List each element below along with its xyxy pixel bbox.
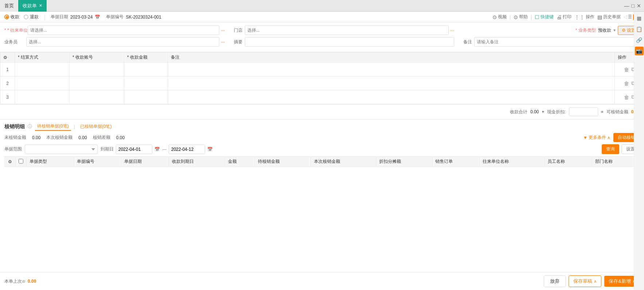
plus-sign: + bbox=[542, 109, 544, 114]
collect-total-value: 0.00 bbox=[530, 109, 539, 114]
due-to-cal-icon[interactable]: 📅 bbox=[207, 147, 213, 152]
partner-input[interactable] bbox=[28, 26, 219, 35]
row-2-remark[interactable] bbox=[168, 77, 615, 90]
save-draft-button[interactable]: 保存草稿 ∧ bbox=[569, 275, 601, 287]
select-all-checkbox[interactable] bbox=[19, 159, 23, 164]
toggle-list-icon[interactable]: ☰ bbox=[628, 14, 632, 20]
row-2-remark-input[interactable] bbox=[168, 77, 614, 90]
row-3-settle[interactable] bbox=[15, 90, 70, 104]
row-1-delete-icon[interactable]: 🗑 bbox=[624, 67, 629, 72]
store-input[interactable] bbox=[245, 26, 449, 35]
bottom-discount-header: 折扣分摊额 bbox=[376, 157, 432, 167]
partner-more-icon[interactable]: ··· bbox=[221, 27, 225, 33]
bottom-partner-header: 往来单位名称 bbox=[480, 157, 545, 167]
btn-history[interactable]: ▤ 历史单据 bbox=[597, 14, 621, 20]
tab-pending[interactable]: 待核销单据(0笔) bbox=[35, 122, 71, 131]
tab-home[interactable]: 首页 bbox=[0, 0, 18, 12]
tab-bar: 首页 收款单 ✕ — □ ✕ bbox=[0, 0, 644, 12]
btn-print[interactable]: 🖨 打印 bbox=[557, 14, 572, 20]
action-icon: ⋮⋮ bbox=[574, 14, 585, 20]
store-more-icon[interactable]: ··· bbox=[450, 27, 455, 33]
row-1-remark[interactable] bbox=[168, 63, 615, 77]
summary-input[interactable] bbox=[245, 37, 455, 47]
bottom-table-container[interactable]: ⚙ 单据类型 单据编号 单据日期 收款到期日 金额 待核销金额 本次核 bbox=[4, 156, 640, 272]
equals-sign: = bbox=[601, 109, 604, 114]
summary-row: 收款合计 0.00 + 现金折扣: = 可核销金额 0.00 bbox=[0, 105, 644, 119]
info-icon[interactable]: ⓘ bbox=[28, 124, 32, 130]
sidebar-camera-icon[interactable]: 📷 bbox=[635, 47, 644, 55]
row-3-amount[interactable] bbox=[124, 90, 168, 104]
tab-receipt[interactable]: 收款单 ✕ bbox=[18, 0, 47, 12]
right-sidebar: ▦ 📋 🔗 📷 bbox=[634, 12, 644, 290]
minimize-icon[interactable]: — bbox=[624, 3, 629, 9]
chevron-up-icon: ∧ bbox=[607, 135, 610, 140]
row-3-amount-input[interactable] bbox=[124, 90, 168, 104]
btn-action[interactable]: ⋮⋮ 操作 bbox=[574, 14, 594, 20]
row-3-delete-icon[interactable]: 🗑 bbox=[624, 94, 629, 100]
bill-label: 单据编号 bbox=[106, 14, 123, 20]
btn-help[interactable]: ⊙ 帮助 bbox=[514, 14, 528, 20]
tab-receipt-label: 收款单 bbox=[23, 3, 37, 9]
sidebar-table-icon[interactable]: ▦ bbox=[635, 14, 644, 23]
radio-collect[interactable]: 收款 bbox=[4, 14, 19, 20]
bottom-due-date-header: 收款到期日 bbox=[169, 157, 225, 167]
maximize-icon[interactable]: □ bbox=[632, 3, 635, 9]
partner-label: * 往来单位 bbox=[4, 27, 28, 34]
row-2-settle[interactable] bbox=[15, 77, 70, 90]
row-1-settle-input[interactable] bbox=[15, 63, 69, 76]
range-select[interactable] bbox=[25, 145, 98, 154]
remark-input[interactable] bbox=[474, 37, 640, 47]
row-3-num: 3 bbox=[0, 90, 15, 104]
row-1-amount[interactable] bbox=[124, 63, 168, 77]
sidebar-link-icon[interactable]: 🔗 bbox=[635, 36, 644, 44]
row-3-account-input[interactable] bbox=[70, 90, 124, 104]
row-3-remark[interactable] bbox=[168, 90, 615, 104]
bottom-gear-header[interactable]: ⚙ bbox=[5, 157, 16, 167]
query-button[interactable]: 查询 bbox=[602, 144, 619, 154]
radio-collect-circle bbox=[4, 15, 9, 19]
due-to-input[interactable] bbox=[169, 145, 205, 154]
row-1-account[interactable] bbox=[70, 63, 124, 77]
due-from-input[interactable] bbox=[116, 145, 152, 154]
available-label: 可核销金额 bbox=[606, 109, 628, 115]
staff-more-icon[interactable]: ··· bbox=[221, 39, 225, 45]
bill-value: SK-20230324-001 bbox=[126, 15, 161, 20]
calendar-icon[interactable]: 📅 bbox=[95, 15, 100, 20]
btn-shortcut[interactable]: ☐ 快捷键 bbox=[535, 14, 554, 20]
btn-video[interactable]: ⊙ 视频 bbox=[492, 14, 507, 20]
radio-refund-label: 退款 bbox=[30, 14, 39, 20]
tab-close-icon[interactable]: ✕ bbox=[39, 3, 42, 8]
row-1-account-input[interactable] bbox=[70, 63, 124, 76]
sidebar-doc-icon[interactable]: 📋 bbox=[635, 25, 644, 34]
discount-input[interactable] bbox=[569, 107, 598, 116]
business-type-dropdown-icon[interactable]: ▾ bbox=[613, 28, 616, 33]
row-3-settle-input[interactable] bbox=[15, 90, 69, 104]
content-wrapper: 收款 退款 单据日期 2023-03-24 📅 单据编号 SK-20230324… bbox=[0, 12, 644, 290]
row-1-settle[interactable] bbox=[15, 63, 70, 77]
row-3-account[interactable] bbox=[70, 90, 124, 104]
history-icon: ▤ bbox=[597, 14, 602, 20]
row-2-amount-input[interactable] bbox=[124, 77, 168, 90]
radio-refund[interactable]: 退款 bbox=[24, 14, 39, 20]
close-icon[interactable]: ✕ bbox=[637, 3, 641, 9]
more-conditions-btn[interactable]: ▼ 更多条件 ∧ bbox=[583, 134, 610, 141]
row-2-amount[interactable] bbox=[124, 77, 168, 90]
btn-shortcut-label: 快捷键 bbox=[541, 14, 554, 20]
row-2-delete-icon[interactable]: 🗑 bbox=[624, 81, 629, 86]
remark-header: 备注 bbox=[168, 52, 615, 63]
abandon-button[interactable]: 放弃 bbox=[544, 275, 566, 287]
discount-label: 现金折扣: bbox=[547, 109, 566, 115]
staff-input[interactable] bbox=[26, 37, 219, 47]
gear-header[interactable]: ⚙ bbox=[0, 52, 15, 63]
toggle-left-icon[interactable]: ◁ bbox=[624, 14, 627, 20]
sep1: | bbox=[510, 15, 511, 20]
row-2-account[interactable] bbox=[70, 77, 124, 90]
tab-done[interactable]: 已核销单据(0笔) bbox=[78, 123, 114, 130]
row-1-amount-input[interactable] bbox=[124, 63, 168, 76]
row-2-account-input[interactable] bbox=[70, 77, 124, 90]
row-3-remark-input[interactable] bbox=[168, 90, 614, 104]
due-from-cal-icon[interactable]: 📅 bbox=[154, 147, 160, 152]
verify-title: 核销明细 ⓘ 待核销单据(0笔) | 已核销单据(0笔) bbox=[4, 122, 640, 131]
row-1-remark-input[interactable] bbox=[168, 63, 614, 76]
row-2-settle-input[interactable] bbox=[15, 77, 69, 90]
